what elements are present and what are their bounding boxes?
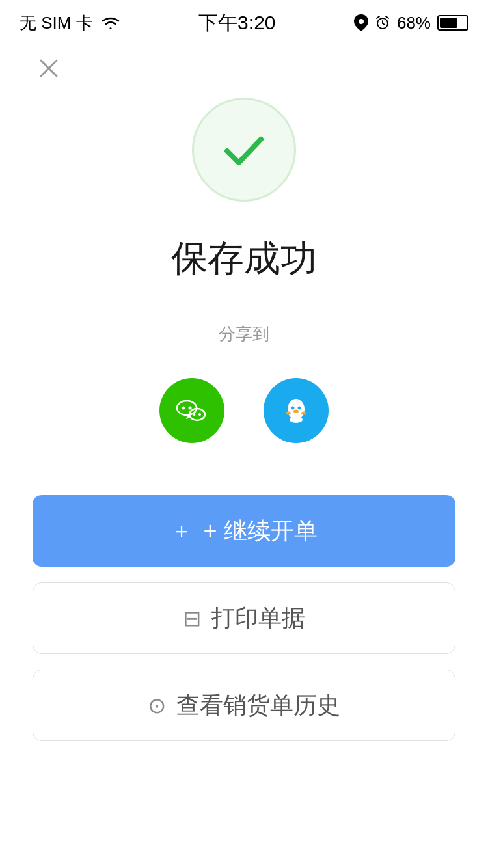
svg-point-17 — [301, 412, 306, 415]
svg-point-12 — [290, 416, 303, 423]
svg-point-7 — [189, 407, 192, 410]
svg-point-15 — [293, 410, 299, 413]
success-icon-circle — [192, 98, 296, 202]
wechat-icon — [172, 391, 211, 430]
action-buttons: ＋ + 继续开单 ⊟ 打印单据 ⊙ 查看销货单历史 — [33, 495, 455, 741]
divider-line-left — [33, 334, 206, 334]
share-divider-text: 分享到 — [219, 323, 269, 346]
continue-order-button[interactable]: ＋ + 继续开单 — [33, 495, 455, 567]
clock-icon: ⊙ — [148, 692, 166, 718]
svg-point-9 — [193, 413, 196, 416]
history-button[interactable]: ⊙ 查看销货单历史 — [33, 670, 455, 741]
carrier-text: 无 SIM 卡 — [20, 12, 93, 34]
status-right: 68% — [354, 13, 468, 33]
status-bar: 无 SIM 卡 下午3:20 68% — [0, 0, 488, 46]
qq-share-button[interactable] — [264, 378, 329, 443]
svg-point-16 — [286, 412, 291, 415]
svg-point-10 — [198, 413, 201, 416]
continue-order-label: + 继续开单 — [203, 515, 317, 547]
svg-point-14 — [298, 407, 301, 410]
history-label: 查看销货单历史 — [176, 690, 340, 722]
plus-icon: ＋ — [170, 516, 193, 546]
status-left: 无 SIM 卡 — [20, 12, 120, 34]
print-icon: ⊟ — [183, 605, 201, 631]
share-icons-container — [159, 378, 329, 443]
alarm-icon — [375, 15, 390, 31]
success-title: 保存成功 — [171, 234, 317, 284]
divider-line-right — [282, 334, 455, 334]
close-button[interactable] — [33, 52, 65, 85]
svg-point-13 — [291, 407, 295, 410]
checkmark-icon — [218, 124, 270, 176]
battery-text: 68% — [397, 13, 431, 33]
svg-point-0 — [359, 19, 364, 24]
print-label: 打印单据 — [211, 603, 305, 634]
status-time: 下午3:20 — [198, 10, 275, 36]
battery-icon — [437, 15, 468, 31]
qq-icon — [277, 391, 316, 430]
close-icon — [37, 57, 61, 80]
main-content: 保存成功 分享到 — [0, 46, 488, 741]
wifi-icon — [101, 16, 120, 30]
location-icon — [354, 14, 368, 31]
svg-point-6 — [182, 407, 185, 410]
share-divider: 分享到 — [33, 323, 455, 346]
print-button[interactable]: ⊟ 打印单据 — [33, 582, 455, 654]
wechat-share-button[interactable] — [159, 378, 224, 443]
